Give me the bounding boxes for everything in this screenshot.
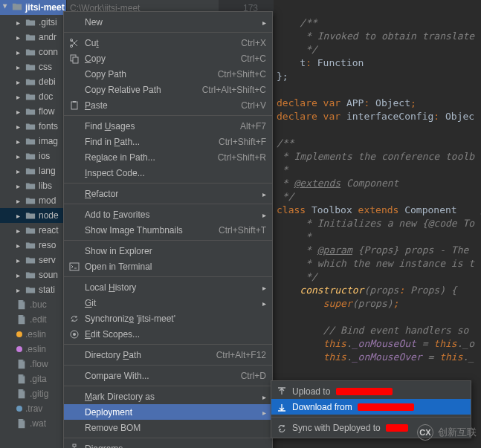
menu-item-label: Remove BOM <box>85 423 266 433</box>
menu-item-show-image-thumbnails[interactable]: Show Image ThumbnailsCtrl+Shift+T <box>64 222 272 238</box>
watermark-badge: CX <box>417 424 433 441</box>
shortcut-label: Ctrl+V <box>241 100 266 111</box>
project-tree[interactable]: jitsi-meet .gitsiandrconncssdebidocflowf… <box>0 0 67 448</box>
tree-file[interactable]: .trav <box>0 401 66 416</box>
tree-folder[interactable]: conn <box>0 45 66 59</box>
tree-item-label: imag <box>39 136 58 146</box>
menu-item-paste[interactable]: PasteCtrl+V <box>64 97 272 113</box>
tree-file[interactable]: .eslin <box>0 342 66 357</box>
tree-file[interactable]: .wat <box>0 416 66 431</box>
menu-item-copy-relative-path[interactable]: Copy Relative PathCtrl+Alt+Shift+C <box>64 82 272 97</box>
folder-icon <box>25 47 36 57</box>
menu-item-directory-path[interactable]: Directory PathCtrl+Alt+F12 <box>64 347 272 363</box>
menu-item-synchronize-jitsi-meet[interactable]: Synchronize 'jitsi-meet' <box>64 311 272 326</box>
tree-folder[interactable]: doc <box>0 89 66 104</box>
chevron-right-icon <box>259 210 266 220</box>
menu-separator <box>64 183 272 184</box>
menu-item-deployment[interactable]: Deployment <box>64 404 272 420</box>
tree-folder[interactable]: .gitsi <box>0 15 66 30</box>
tree-folder[interactable]: mod <box>0 193 66 208</box>
menu-item-copy[interactable]: CopyCtrl+C <box>64 51 272 66</box>
folder-icon <box>25 17 36 27</box>
menu-item-show-in-explorer[interactable]: Show in Explorer <box>64 243 272 259</box>
menu-item-label: Find in Path... <box>85 137 214 147</box>
folder-icon <box>25 225 36 236</box>
menu-item-replace-in-path[interactable]: Replace in Path...Ctrl+Shift+R <box>64 149 272 165</box>
upload-to-item[interactable]: Upload to <box>271 383 471 399</box>
menu-item-edit-scopes[interactable]: Edit Scopes... <box>64 326 272 342</box>
tree-item-label: libs <box>39 181 52 191</box>
tree-folder[interactable]: stati <box>0 282 66 297</box>
tree-folder[interactable]: serv <box>0 253 66 267</box>
menu-separator <box>64 276 272 277</box>
redaction <box>336 388 393 395</box>
menu-item-remove-bom[interactable]: Remove BOM <box>64 420 272 435</box>
spacer-icon <box>68 370 80 382</box>
menu-item-new[interactable]: New <box>64 14 272 30</box>
menu-item-label: Open in Terminal <box>85 262 266 272</box>
svg-rect-3 <box>73 57 78 63</box>
menu-item-refactor[interactable]: Refactor <box>64 186 272 201</box>
menu-item-copy-path[interactable]: Copy PathCtrl+Shift+C <box>64 66 272 82</box>
menu-item-compare-with[interactable]: Compare With...Ctrl+D <box>64 368 272 383</box>
project-root[interactable]: jitsi-meet <box>0 0 66 15</box>
spacer-icon <box>68 282 80 293</box>
tree-folder[interactable]: andr <box>0 30 66 45</box>
tree-file[interactable]: .buc <box>0 297 66 312</box>
folder-icon <box>25 32 36 42</box>
menu-item-inspect-code[interactable]: Inspect Code... <box>64 165 272 181</box>
folder-icon <box>12 1 22 14</box>
chevron-right-icon <box>16 181 22 191</box>
chevron-right-icon <box>16 106 22 117</box>
menu-item-label: Copy <box>85 53 236 64</box>
menu-item-git[interactable]: Git <box>64 295 272 311</box>
menu-item-open-in-terminal[interactable]: Open in Terminal <box>64 259 272 274</box>
tree-folder[interactable]: soun <box>0 267 66 282</box>
context-menu[interactable]: NewCutCtrl+XCopyCtrl+CCopy PathCtrl+Shif… <box>63 11 273 448</box>
tree-file[interactable]: .gita <box>0 371 66 386</box>
tree-folder[interactable]: css <box>0 59 66 74</box>
diagrams-icon <box>68 443 80 449</box>
tree-folder[interactable]: lang <box>0 163 66 178</box>
tree-file[interactable]: .flow <box>0 357 66 371</box>
tree-file[interactable]: .eslin <box>0 327 66 342</box>
tree-item-label: mod <box>39 195 56 206</box>
tree-item-label: .flow <box>30 359 48 369</box>
tree-folder[interactable]: fonts <box>0 119 66 134</box>
folder-icon <box>25 121 36 132</box>
menu-item-label: Git <box>85 298 254 308</box>
tree-item-label: ios <box>39 151 50 161</box>
menu-item-add-to-favorites[interactable]: Add to Favorites <box>64 207 272 222</box>
menu-item-diagrams[interactable]: Diagrams <box>64 441 272 448</box>
menu-item-find-in-path[interactable]: Find in Path...Ctrl+Shift+F <box>64 134 272 149</box>
tree-item-label: node <box>39 210 59 221</box>
tree-item-label: .wat <box>30 418 46 429</box>
tree-item-label: react <box>39 225 59 236</box>
menu-item-local-history[interactable]: Local History <box>64 279 272 295</box>
tree-folder[interactable]: ios <box>0 149 66 163</box>
tree-folder[interactable]: imag <box>0 134 66 149</box>
menu-item-cut[interactable]: CutCtrl+X <box>64 35 272 51</box>
chevron-right-icon <box>16 17 22 27</box>
shortcut-label: Ctrl+Shift+R <box>218 152 266 163</box>
shortcut-label: Ctrl+D <box>241 371 266 381</box>
tree-folder[interactable]: reso <box>0 238 66 253</box>
chevron-right-icon <box>259 444 266 449</box>
spacer-icon <box>68 406 80 418</box>
tree-folder[interactable]: libs <box>0 178 66 193</box>
menu-item-mark-directory-as[interactable]: Mark Directory as <box>64 389 272 404</box>
sync-icon <box>276 422 288 434</box>
chevron-right-icon <box>16 136 22 146</box>
tree-file[interactable]: .edit <box>0 312 66 327</box>
menu-item-find-usages[interactable]: Find UsagesAlt+F7 <box>64 118 272 134</box>
tree-folder[interactable]: react <box>0 223 66 238</box>
tree-folder[interactable]: debi <box>0 74 66 89</box>
tree-file[interactable]: .gitig <box>0 386 66 401</box>
cut-icon <box>68 37 80 49</box>
tree-folder[interactable]: flow <box>0 104 66 119</box>
chevron-right-icon <box>259 282 266 293</box>
download-from-item[interactable]: Download from <box>271 399 471 415</box>
folder-icon <box>25 151 36 161</box>
tree-folder[interactable]: node <box>0 208 66 223</box>
menu-separator <box>64 438 272 438</box>
